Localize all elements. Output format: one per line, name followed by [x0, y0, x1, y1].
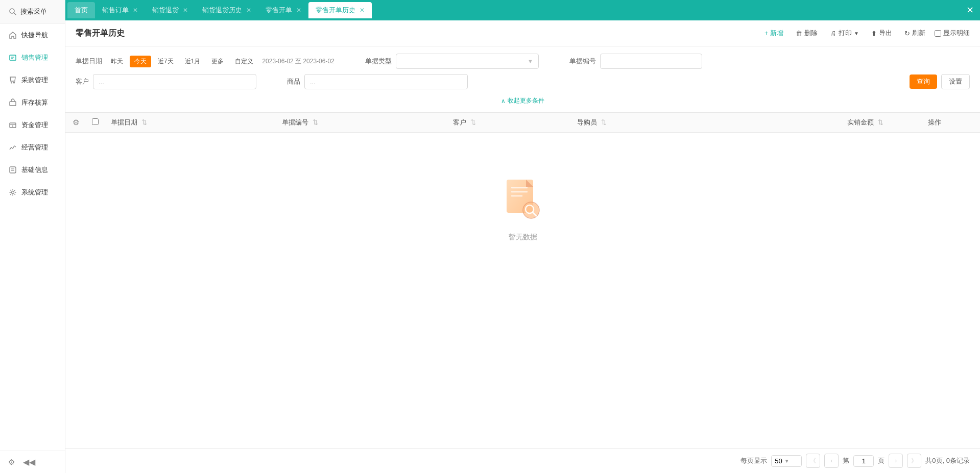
page-suffix: 页	[878, 456, 885, 465]
page-prefix: 第	[843, 456, 849, 465]
sidebar-item-label: 采购管理	[21, 76, 48, 85]
sort-amount-icon[interactable]: ⇅	[878, 118, 883, 126]
th-doc-no[interactable]: 单据编号 ⇅	[276, 113, 447, 133]
tab-retail-open[interactable]: 零售开单 ✕	[258, 2, 308, 18]
display-detail-checkbox[interactable]: 显示明细	[935, 29, 970, 38]
page-input[interactable]	[853, 455, 874, 467]
th-checkbox[interactable]	[86, 113, 105, 133]
tab-retail-history-close[interactable]: ✕	[360, 7, 365, 14]
print-button[interactable]: 🖨 打印 ▼	[827, 27, 862, 40]
tab-home[interactable]: 首页	[67, 2, 95, 18]
select-all-checkbox[interactable]	[92, 118, 99, 125]
prev-page-btn[interactable]: ‹	[824, 454, 839, 468]
sidebar-search[interactable]: 搜索采单	[0, 0, 65, 24]
tab-retail-history-label: 零售开单历史	[316, 6, 355, 15]
tab-sales-return-history[interactable]: 销货退货历史 ✕	[195, 2, 258, 18]
pagination: 每页显示 50 ▼ 《 ‹ 第 页 › 》 共0页, 0条记录	[65, 448, 980, 473]
empty-row: 暂无数据	[65, 133, 980, 273]
sidebar-collapse-icon[interactable]: ◀◀	[23, 457, 35, 467]
customer-input[interactable]: ...	[93, 74, 256, 89]
filter-goods: 商品 ...	[287, 74, 468, 89]
query-button[interactable]: 查询	[910, 74, 937, 89]
date-btn-today[interactable]: 今天	[130, 56, 151, 67]
sidebar-item-basic-info[interactable]: 基础信息	[0, 159, 65, 181]
tab-sales-order-close[interactable]: ✕	[133, 7, 138, 14]
sidebar-item-inventory[interactable]: 库存核算	[0, 91, 65, 114]
th-amount[interactable]: 实销金额 ⇅	[719, 113, 890, 133]
sort-doc-no-icon[interactable]: ⇅	[313, 118, 318, 126]
per-page-dropdown-icon: ▼	[784, 458, 790, 464]
sidebar-item-finance[interactable]: 资金管理	[0, 114, 65, 136]
doc-type-label: 单据类型	[365, 57, 392, 66]
date-btn-yesterday[interactable]: 昨天	[106, 56, 128, 67]
tab-retail-open-close[interactable]: ✕	[296, 7, 301, 14]
th-settings[interactable]: ⚙	[65, 113, 86, 133]
tab-sales-return[interactable]: 销货退货 ✕	[145, 2, 195, 18]
filter-doc-type: 单据类型 ▼	[365, 54, 539, 69]
th-sales-person[interactable]: 导购员 ⇅	[571, 113, 719, 133]
settings-button[interactable]: 设置	[941, 74, 970, 89]
th-customer[interactable]: 客户 ⇅	[447, 113, 571, 133]
goods-placeholder: ...	[310, 78, 462, 86]
date-btn-last7[interactable]: 近7天	[153, 56, 178, 67]
doc-type-select[interactable]: ▼	[396, 54, 539, 69]
empty-state: 暂无数据	[65, 133, 980, 272]
page-title: 零售开单历史	[76, 28, 125, 39]
tab-sales-return-history-close[interactable]: ✕	[246, 7, 251, 14]
inventory-icon	[8, 98, 17, 107]
doc-no-input[interactable]	[600, 54, 702, 69]
sidebar-item-system[interactable]: 系统管理	[0, 181, 65, 204]
goods-input[interactable]: ...	[304, 74, 468, 89]
date-btn-more[interactable]: 更多	[207, 56, 228, 67]
next-page-btn[interactable]: ›	[889, 454, 903, 468]
th-doc-date[interactable]: 单据日期 ⇅	[105, 113, 276, 133]
collapse-up-icon: ∧	[501, 97, 506, 105]
sidebar-item-quick-nav[interactable]: 快捷导航	[0, 24, 65, 46]
table-settings-icon[interactable]: ⚙	[73, 118, 79, 127]
per-page-label: 每页显示	[740, 456, 767, 465]
date-btn-custom[interactable]: 自定义	[230, 56, 258, 67]
sort-sales-person-icon[interactable]: ⇅	[601, 118, 607, 126]
filter-row-2: 客户 ... 商品 ... 查询 设置	[76, 74, 970, 89]
sidebar-item-label: 基础信息	[21, 165, 48, 175]
sort-customer-icon[interactable]: ⇅	[470, 118, 476, 126]
operations-icon	[8, 143, 17, 152]
first-page-btn[interactable]: 《	[806, 454, 820, 468]
empty-cell: 暂无数据	[65, 133, 980, 273]
tab-sales-order[interactable]: 销售订单 ✕	[95, 2, 145, 18]
sidebar-item-label: 经营管理	[21, 143, 48, 152]
delete-icon: 🗑	[796, 30, 802, 37]
sidebar-item-operations[interactable]: 经营管理	[0, 136, 65, 159]
window-close-icon[interactable]: ✕	[966, 6, 974, 15]
data-table: ⚙ 单据日期 ⇅ 单据编号 ⇅	[65, 113, 980, 272]
tab-retail-history[interactable]: 零售开单历史 ✕	[308, 2, 372, 18]
sidebar-bottom: ⚙ ◀◀	[0, 451, 65, 473]
system-icon	[8, 188, 17, 197]
display-detail-label: 显示明细	[943, 29, 970, 38]
doc-type-dropdown-icon: ▼	[528, 58, 533, 64]
filter-area: 单据日期 昨天 今天 近7天 近1月 更多 自定义 2023-06-02 至 2…	[65, 46, 980, 113]
export-button[interactable]: ⬆ 导出	[868, 27, 895, 40]
search-icon	[8, 7, 17, 16]
delete-button[interactable]: 🗑 🗑 删除 删除	[793, 27, 821, 40]
tab-sales-return-history-label: 销货退货历史	[202, 6, 242, 15]
per-page-select[interactable]: 50 ▼	[771, 455, 802, 467]
collapse-row[interactable]: ∧ 收起更多条件	[76, 94, 970, 107]
goods-label: 商品	[287, 77, 300, 86]
settings-gear-icon[interactable]: ⚙	[8, 458, 15, 467]
basic-info-icon	[8, 165, 17, 175]
display-detail-input[interactable]	[935, 30, 941, 37]
date-btn-last1m[interactable]: 近1月	[180, 56, 205, 67]
svg-rect-2	[10, 55, 16, 60]
svg-point-9	[12, 126, 13, 127]
svg-rect-10	[10, 167, 16, 173]
date-label: 单据日期	[76, 57, 102, 66]
last-page-btn[interactable]: 》	[907, 454, 921, 468]
refresh-button[interactable]: ↻ 刷新	[901, 27, 928, 40]
add-button[interactable]: + 新增	[761, 27, 786, 40]
tab-sales-return-close[interactable]: ✕	[183, 7, 188, 14]
sort-doc-date-icon[interactable]: ⇅	[141, 118, 147, 126]
sidebar-item-sales-mgmt[interactable]: 销售管理	[0, 46, 65, 69]
sidebar-item-purchase-mgmt[interactable]: 采购管理	[0, 69, 65, 91]
sidebar: 搜索采单 快捷导航 销售管理 采购管理	[0, 0, 65, 473]
